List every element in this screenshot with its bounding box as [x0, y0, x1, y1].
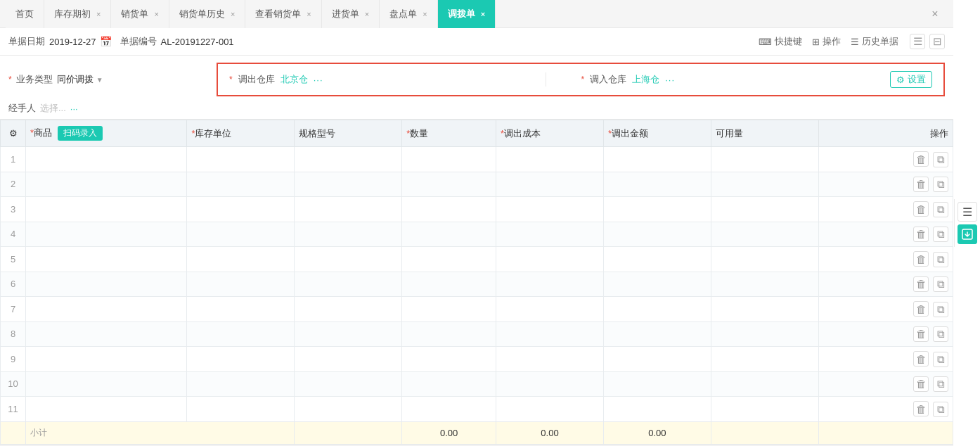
row-4-cost[interactable]	[496, 222, 604, 247]
business-type-select[interactable]: 同价调拨 ▼	[57, 73, 141, 86]
row-2-unit[interactable]	[187, 172, 295, 197]
row-6-delete-icon[interactable]: 🗑	[913, 276, 929, 292]
row-3-qty[interactable]	[402, 197, 496, 222]
grid-view-icon[interactable]: ⊟	[929, 34, 945, 49]
row-1-cost[interactable]	[496, 147, 604, 172]
row-11-unit[interactable]	[187, 397, 295, 422]
row-4-product[interactable]	[26, 222, 187, 247]
row-3-spec[interactable]	[295, 197, 402, 222]
row-11-spec[interactable]	[295, 397, 402, 422]
row-11-available[interactable]	[711, 397, 818, 422]
warehouse-in-value[interactable]: 上海仓	[632, 73, 659, 86]
row-5-unit[interactable]	[187, 247, 295, 272]
row-9-cost[interactable]	[496, 347, 604, 372]
tab-inventory-init-close[interactable]: ×	[96, 10, 101, 18]
row-5-qty[interactable]	[402, 247, 496, 272]
sidebar-export-icon[interactable]	[958, 224, 977, 244]
tab-transfer-order-close[interactable]: ×	[481, 10, 485, 18]
row-8-cost[interactable]	[496, 321, 604, 347]
row-2-delete-icon[interactable]: 🗑	[913, 177, 929, 192]
row-3-copy-icon[interactable]: ⧉	[933, 202, 948, 217]
col-gear-icon[interactable]: ⚙	[5, 128, 21, 139]
warehouse-in-more[interactable]: ···	[665, 75, 675, 85]
row-2-amount[interactable]	[603, 172, 711, 197]
row-1-available[interactable]	[711, 147, 818, 172]
row-11-cost[interactable]	[496, 397, 604, 422]
row-6-product[interactable]	[26, 272, 187, 297]
row-7-unit[interactable]	[187, 297, 295, 322]
row-7-amount[interactable]	[603, 297, 711, 322]
row-9-product[interactable]	[26, 347, 187, 372]
settings-button[interactable]: ⚙ 设置	[890, 71, 932, 88]
row-3-delete-icon[interactable]: 🗑	[913, 201, 929, 217]
tab-sales-order[interactable]: 销货单 ×	[111, 0, 169, 28]
row-2-available[interactable]	[711, 172, 818, 197]
row-10-product[interactable]	[26, 371, 187, 397]
row-6-spec[interactable]	[295, 272, 402, 297]
row-8-spec[interactable]	[295, 321, 402, 347]
row-10-available[interactable]	[711, 371, 818, 397]
handler-select[interactable]: 选择...	[40, 102, 66, 115]
row-9-available[interactable]	[711, 347, 818, 372]
tab-inventory-check-close[interactable]: ×	[423, 10, 427, 18]
row-10-spec[interactable]	[295, 371, 402, 397]
row-1-spec[interactable]	[295, 147, 402, 172]
row-8-unit[interactable]	[187, 321, 295, 347]
row-2-qty[interactable]	[402, 172, 496, 197]
row-4-available[interactable]	[711, 222, 818, 247]
row-5-copy-icon[interactable]: ⧉	[933, 252, 948, 267]
row-5-cost[interactable]	[496, 247, 604, 272]
row-11-qty[interactable]	[402, 397, 496, 422]
window-close-button[interactable]: ×	[922, 1, 948, 27]
row-4-qty[interactable]	[402, 222, 496, 247]
tab-purchase-order-close[interactable]: ×	[365, 10, 369, 18]
scan-button[interactable]: 扫码录入	[58, 126, 103, 141]
row-10-copy-icon[interactable]: ⧉	[933, 376, 948, 392]
tab-view-sales[interactable]: 查看销货单 ×	[245, 0, 321, 28]
tab-view-sales-close[interactable]: ×	[307, 10, 311, 18]
row-1-product[interactable]	[26, 147, 187, 172]
row-6-qty[interactable]	[402, 272, 496, 297]
row-1-amount[interactable]	[603, 147, 711, 172]
row-9-qty[interactable]	[402, 347, 496, 372]
tab-home[interactable]: 首页	[6, 0, 44, 28]
calendar-icon[interactable]: 📅	[101, 36, 112, 47]
row-8-delete-icon[interactable]: 🗑	[913, 326, 929, 342]
tab-inventory-check[interactable]: 盘点单 ×	[380, 0, 437, 28]
row-8-amount[interactable]	[603, 321, 711, 347]
shortcut-action[interactable]: ⌨ 快捷键	[759, 35, 802, 48]
row-6-available[interactable]	[711, 272, 818, 297]
row-5-delete-icon[interactable]: 🗑	[913, 251, 929, 267]
row-7-product[interactable]	[26, 297, 187, 322]
row-1-copy-icon[interactable]: ⧉	[933, 152, 948, 167]
row-3-cost[interactable]	[496, 197, 604, 222]
row-7-delete-icon[interactable]: 🗑	[913, 301, 929, 317]
tab-transfer-order[interactable]: 调拨单 ×	[438, 0, 496, 28]
row-10-cost[interactable]	[496, 371, 604, 397]
row-4-amount[interactable]	[603, 222, 711, 247]
row-8-available[interactable]	[711, 321, 818, 347]
history-action[interactable]: ☰ 历史单据	[851, 35, 898, 48]
row-9-spec[interactable]	[295, 347, 402, 372]
row-10-unit[interactable]	[187, 371, 295, 397]
tab-sales-order-close[interactable]: ×	[154, 10, 158, 18]
row-2-copy-icon[interactable]: ⧉	[933, 177, 948, 192]
row-2-product[interactable]	[26, 172, 187, 197]
row-9-copy-icon[interactable]: ⧉	[933, 352, 948, 367]
row-7-copy-icon[interactable]: ⧉	[933, 302, 948, 317]
row-6-unit[interactable]	[187, 272, 295, 297]
row-7-cost[interactable]	[496, 297, 604, 322]
row-4-spec[interactable]	[295, 222, 402, 247]
row-5-amount[interactable]	[603, 247, 711, 272]
row-6-cost[interactable]	[496, 272, 604, 297]
tab-sales-history-close[interactable]: ×	[231, 10, 235, 18]
row-7-spec[interactable]	[295, 297, 402, 322]
row-11-amount[interactable]	[603, 397, 711, 422]
row-6-copy-icon[interactable]: ⧉	[933, 276, 948, 292]
row-7-available[interactable]	[711, 297, 818, 322]
row-8-qty[interactable]	[402, 321, 496, 347]
row-3-amount[interactable]	[603, 197, 711, 222]
row-10-qty[interactable]	[402, 371, 496, 397]
row-11-copy-icon[interactable]: ⧉	[933, 402, 948, 417]
sidebar-list-icon[interactable]: ☰	[958, 202, 977, 222]
